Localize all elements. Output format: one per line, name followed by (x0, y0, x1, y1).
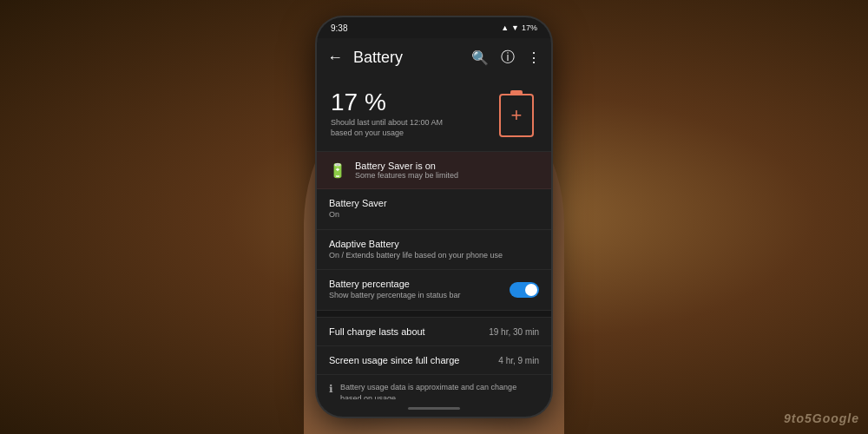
battery-percentage-row[interactable]: Battery percentage Show battery percenta… (317, 270, 551, 311)
battery-saver-text: Battery Saver On (329, 198, 387, 220)
signal-icon: ▲ (501, 23, 509, 32)
home-bar (317, 399, 551, 417)
battery-header: 17 % Should last until about 12:00 AM ba… (317, 76, 551, 152)
battery-percentage-toggle[interactable] (510, 282, 539, 298)
page-title: Battery (353, 49, 461, 67)
adaptive-battery-label: Adaptive Battery (329, 239, 503, 249)
watermark: 9to5Google (784, 411, 859, 425)
scene: 9:38 ▲ ▼ 17% ← Battery 🔍 ⓘ ⋮ (0, 0, 868, 434)
more-options-icon[interactable]: ⋮ (523, 46, 544, 69)
phone: 9:38 ▲ ▼ 17% ← Battery 🔍 ⓘ ⋮ (317, 17, 551, 417)
saver-title: Battery Saver is on (355, 161, 458, 171)
back-button[interactable]: ← (324, 45, 346, 70)
battery-saver-icon: 🔋 (329, 162, 346, 179)
battery-percentage-text: Battery percentage Show battery percenta… (329, 279, 461, 301)
battery-saver-banner[interactable]: 🔋 Battery Saver is on Some features may … (317, 152, 551, 189)
battery-percentage-subtitle: Show battery percentage in status bar (329, 291, 461, 301)
app-bar-icons: 🔍 ⓘ ⋮ (468, 45, 544, 70)
battery-percent: 17 % (331, 90, 444, 115)
footer-note-row: ℹ Battery usage data is approximate and … (317, 375, 551, 399)
battery-body: + (499, 94, 534, 137)
content-area: 17 % Should last until about 12:00 AM ba… (317, 76, 551, 399)
battery-status-percent: 17% (522, 23, 537, 32)
search-icon[interactable]: 🔍 (468, 46, 492, 69)
app-bar: ← Battery 🔍 ⓘ ⋮ (317, 38, 551, 76)
status-bar: 9:38 ▲ ▼ 17% (317, 17, 551, 38)
adaptive-battery-subtitle: On / Extends battery life based on your … (329, 251, 503, 261)
screen-usage-row: Screen usage since full charge 4 hr, 9 m… (317, 346, 551, 375)
battery-icon-large: + (499, 94, 537, 141)
status-time: 9:38 (331, 23, 347, 33)
battery-description: Should last until about 12:00 AM based o… (331, 118, 444, 138)
divider (317, 311, 551, 318)
full-charge-row: Full charge lasts about 19 hr, 30 min (317, 318, 551, 346)
footer-note: Battery usage data is approximate and ca… (340, 382, 539, 399)
saver-text-group: Battery Saver is on Some features may be… (355, 161, 458, 180)
saver-description: Some features may be limited (355, 171, 458, 180)
full-charge-label: Full charge lasts about (329, 326, 425, 337)
full-charge-value: 19 hr, 30 min (489, 327, 539, 337)
info-circle-icon[interactable]: ⓘ (497, 45, 518, 70)
adaptive-battery-text: Adaptive Battery On / Extends battery li… (329, 239, 503, 261)
info-icon: ℹ (329, 383, 333, 395)
settings-section: Battery Saver On Adaptive Battery On / E… (317, 189, 551, 399)
home-indicator (408, 407, 460, 410)
screen-usage-label: Screen usage since full charge (329, 355, 459, 365)
battery-plus-icon: + (511, 104, 523, 127)
screen-usage-value: 4 hr, 9 min (498, 356, 539, 365)
battery-percentage-label: Battery percentage (329, 279, 461, 289)
battery-info: 17 % Should last until about 12:00 AM ba… (331, 90, 444, 138)
status-icons: ▲ ▼ 17% (501, 23, 537, 32)
battery-saver-row[interactable]: Battery Saver On (317, 189, 551, 230)
wifi-icon: ▼ (511, 23, 519, 32)
adaptive-battery-row[interactable]: Adaptive Battery On / Extends battery li… (317, 230, 551, 271)
phone-wrapper: 9:38 ▲ ▼ 17% ← Battery 🔍 ⓘ ⋮ (317, 17, 551, 417)
battery-saver-label: Battery Saver (329, 198, 387, 208)
battery-saver-value: On (329, 210, 387, 220)
